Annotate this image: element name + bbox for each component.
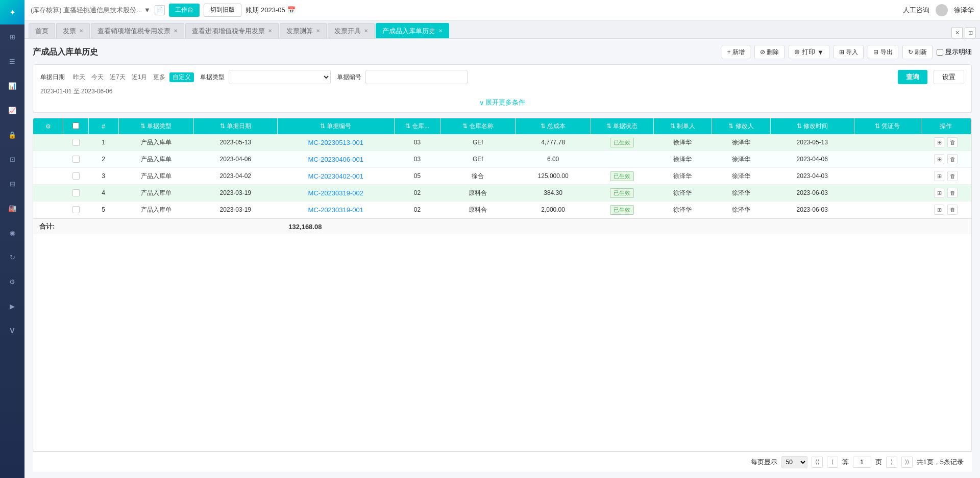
new-button[interactable]: + 新增 [722, 45, 750, 59]
help-button[interactable]: 人工咨询 [903, 6, 929, 15]
first-page-button[interactable]: ⟨⟨ [812, 457, 823, 468]
tab-purchase-invoice-close[interactable]: ✕ [268, 28, 272, 34]
row-delete-button[interactable]: 🗑 [947, 137, 958, 147]
th-settings[interactable]: ⚙ [33, 118, 63, 134]
th-cost[interactable]: ⇅ 总成本 [516, 118, 591, 134]
row-code[interactable]: MC-20230406-001 [277, 151, 394, 168]
sidebar-item-home[interactable]: ⊞ [0, 24, 24, 49]
row-checkbox-cell[interactable] [63, 185, 88, 202]
expand-more-btn[interactable]: ∨ 展开更多条件 [479, 98, 525, 107]
row-code-link[interactable]: MC-20230513-001 [308, 139, 363, 146]
row-code-link[interactable]: MC-20230406-001 [308, 156, 363, 163]
export-button[interactable]: ⊟ 导出 [868, 45, 898, 59]
th-voucher[interactable]: ⇅ 凭证号 [854, 118, 921, 134]
tab-home[interactable]: 首页 [29, 23, 55, 38]
row-delete-button[interactable]: 🗑 [947, 171, 958, 181]
tab-sales-invoice-close[interactable]: ✕ [174, 28, 178, 34]
row-checkbox[interactable] [72, 172, 80, 180]
sidebar-item-scan[interactable]: ⊡ [0, 147, 24, 171]
import-button[interactable]: ⊞ 导入 [834, 45, 864, 59]
sidebar-item-grid[interactable]: ⊟ [0, 171, 24, 196]
th-warehouse-name[interactable]: ⇅ 仓库名称 [440, 118, 516, 134]
per-page-select[interactable]: 50 20 100 [781, 456, 807, 468]
calendar-icon[interactable]: 📅 [287, 6, 296, 14]
row-edit-button[interactable]: ⊞ [934, 171, 944, 181]
code-input[interactable] [365, 70, 468, 84]
tab-close-all-button[interactable]: ✕ [951, 27, 963, 38]
tab-expand-button[interactable]: ⊡ [965, 27, 976, 38]
th-code[interactable]: ⇅ 单据编号 [277, 118, 394, 134]
tab-issue-close[interactable]: ✕ [364, 28, 368, 34]
tab-purchase-invoice[interactable]: 查看进项增值税专用发票 ✕ [185, 23, 279, 38]
row-code[interactable]: MC-20230319-001 [277, 202, 394, 218]
sidebar-item-refresh[interactable]: ↻ [0, 245, 24, 269]
sidebar-item-version[interactable]: V [0, 318, 24, 343]
select-all-checkbox[interactable] [72, 122, 79, 129]
print-button[interactable]: ⊜ 打印 ▼ [789, 45, 829, 59]
sidebar-item-settings[interactable]: ⚙ [0, 269, 24, 294]
row-code-link[interactable]: MC-20230319-001 [308, 206, 363, 214]
th-modtime[interactable]: ⇅ 修改时间 [770, 118, 854, 134]
row-checkbox-cell[interactable] [63, 151, 88, 168]
tab-invoice[interactable]: 发票 ✕ [56, 23, 90, 38]
row-checkbox[interactable] [72, 206, 80, 213]
custom-btn[interactable]: 自定义 [169, 72, 194, 82]
row-checkbox-cell[interactable] [63, 168, 88, 185]
row-edit-button[interactable]: ⊞ [934, 188, 944, 198]
row-edit-button[interactable]: ⊞ [934, 154, 944, 164]
th-type[interactable]: ⇅ 单据类型 [118, 118, 193, 134]
sidebar-item-play[interactable]: ▶ [0, 294, 24, 318]
row-edit-button[interactable]: ⊞ [934, 205, 944, 215]
prev-page-button[interactable]: ⟨ [827, 457, 838, 468]
more-btn[interactable]: 更多 [151, 72, 167, 82]
worktable-button[interactable]: 工作台 [169, 4, 200, 17]
th-creator[interactable]: ⇅ 制单人 [653, 118, 712, 134]
row-checkbox-cell[interactable] [63, 202, 88, 218]
row-checkbox-cell[interactable] [63, 134, 88, 151]
th-checkbox[interactable] [63, 118, 88, 134]
today-btn[interactable]: 今天 [89, 72, 106, 82]
tab-estimate[interactable]: 发票测算 ✕ [280, 23, 327, 38]
th-warehouse-code[interactable]: ⇅ 仓库... [394, 118, 440, 134]
type-select[interactable] [229, 70, 331, 84]
show-detail-input[interactable] [937, 49, 943, 56]
tab-product-history[interactable]: 产成品入库单历史 ✕ [376, 23, 449, 38]
row-code[interactable]: MC-20230513-001 [277, 134, 394, 151]
sidebar-item-lock[interactable]: 🔒 [0, 122, 24, 147]
sidebar-item-chart[interactable]: 📊 [0, 73, 24, 98]
th-modifier[interactable]: ⇅ 修改人 [712, 118, 771, 134]
row-delete-button[interactable]: 🗑 [947, 188, 958, 198]
tab-sales-invoice[interactable]: 查看销项增值税专用发票 ✕ [91, 23, 184, 38]
row-checkbox[interactable] [72, 156, 80, 163]
sidebar-item-stamp[interactable]: ◉ [0, 220, 24, 245]
row-checkbox[interactable] [72, 189, 80, 196]
refresh-button[interactable]: ↻ 刷新 [902, 45, 933, 59]
tab-invoice-close[interactable]: ✕ [79, 28, 83, 34]
week7-btn[interactable]: 近7天 [108, 72, 128, 82]
company-selector[interactable]: (库存核算) 直播轻挑通信息技术股份... ▼ [31, 6, 151, 15]
row-code[interactable]: MC-20230319-002 [277, 185, 394, 202]
tab-issue[interactable]: 发票开具 ✕ [328, 23, 375, 38]
yesterday-btn[interactable]: 昨天 [71, 72, 87, 82]
page-number-input[interactable] [853, 457, 871, 468]
row-code-link[interactable]: MC-20230319-002 [308, 189, 363, 197]
sidebar-item-analytics[interactable]: 📈 [0, 98, 24, 122]
next-page-button[interactable]: ⟩ [886, 457, 897, 468]
th-status[interactable]: ⇅ 单据状态 [591, 118, 653, 134]
sidebar-item-warehouse[interactable]: 🏭 [0, 196, 24, 220]
tab-estimate-close[interactable]: ✕ [316, 28, 320, 34]
last-page-button[interactable]: ⟩⟩ [901, 457, 913, 468]
sidebar-item-document[interactable]: ☰ [0, 49, 24, 73]
row-code-link[interactable]: MC-20230402-001 [308, 172, 363, 180]
setting-button[interactable]: 设置 [934, 70, 964, 84]
show-detail-checkbox[interactable]: 显示明细 [937, 47, 972, 57]
row-code[interactable]: MC-20230402-001 [277, 168, 394, 185]
month1-btn[interactable]: 近1月 [130, 72, 150, 82]
row-delete-button[interactable]: 🗑 [947, 205, 958, 215]
switch-version-button[interactable]: 切到旧版 [204, 4, 241, 17]
row-delete-button[interactable]: 🗑 [947, 154, 958, 164]
row-checkbox[interactable] [72, 139, 80, 146]
th-date[interactable]: ⇅ 单据日期 [193, 118, 277, 134]
row-edit-button[interactable]: ⊞ [934, 137, 944, 147]
query-button[interactable]: 查询 [898, 70, 927, 84]
